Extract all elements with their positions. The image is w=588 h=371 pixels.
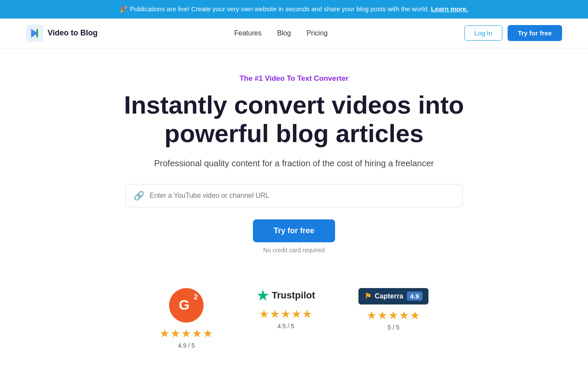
capterra-badge: ⚑ Capterra 4.9 [358, 288, 429, 304]
capterra-score: 5 / 5 [358, 324, 429, 331]
hero-title-line1: Instantly convert videos into [124, 91, 464, 119]
nav-actions: Log In Try for free [464, 25, 562, 41]
link-icon: 🔗 [134, 190, 144, 201]
trustpilot-label: Trustpilot [272, 290, 315, 301]
g2-logo: G [160, 288, 214, 323]
nav-features-link[interactable]: Features [234, 29, 262, 37]
nav-links: Features Blog Pricing [234, 29, 328, 37]
capterra-rating: ⚑ Capterra 4.9 ★★★★★ 5 / 5 [358, 288, 429, 331]
capterra-stars: ★★★★★ [358, 309, 429, 322]
capterra-label: Capterra [375, 292, 403, 300]
g2-rating: G ★★★★★ 4.9 / 5 [160, 288, 214, 349]
trustpilot-stars: ★★★★★ [257, 308, 315, 321]
svg-rect-2 [36, 29, 38, 38]
announcement-banner: 🎉 Publications are live! Create your ver… [0, 0, 588, 19]
capterra-logo: ⚑ Capterra 4.9 [358, 288, 429, 304]
hero-tagline: The #1 Video To Text Converter [108, 74, 480, 83]
trustpilot-rating: ★ Trustpilot ★★★★★ 4.5 / 5 [257, 288, 315, 330]
hero-section: The #1 Video To Text Converter Instantly… [99, 48, 489, 271]
hero-subtitle: Professional quality content for a fract… [108, 159, 480, 168]
ratings-section: G ★★★★★ 4.9 / 5 ★ Trustpilot ★★★★★ 4.5 /… [0, 271, 588, 371]
hero-title: Instantly convert videos into powerful b… [108, 91, 480, 148]
logo-icon [26, 25, 43, 42]
url-input[interactable] [150, 192, 454, 200]
nav-pricing-link[interactable]: Pricing [307, 29, 328, 37]
trustpilot-score: 4.5 / 5 [257, 323, 315, 330]
banner-learn-more-link[interactable]: Learn more. [431, 5, 468, 13]
capterra-flag-icon: ⚑ [364, 292, 371, 301]
hero-title-line2: powerful blog articles [164, 119, 423, 147]
brand-logo[interactable]: Video to Blog [26, 25, 98, 42]
banner-text: 🎉 Publications are live! Create your ver… [120, 5, 429, 13]
login-button[interactable]: Log In [464, 25, 502, 41]
g2-stars: ★★★★★ [160, 327, 214, 340]
nav-blog-link[interactable]: Blog [277, 29, 291, 37]
main-nav: Video to Blog Features Blog Pricing Log … [0, 19, 588, 48]
trustpilot-star-icon: ★ [257, 288, 268, 303]
hero-try-free-button[interactable]: Try for free [253, 219, 335, 242]
g2-badge: G [169, 288, 204, 323]
brand-name: Video to Blog [48, 29, 98, 38]
nav-try-free-button[interactable]: Try for free [508, 25, 562, 41]
no-credit-card-text: No credit card required [108, 247, 480, 254]
g2-score: 4.9 / 5 [160, 342, 214, 349]
trustpilot-logo: ★ Trustpilot [257, 288, 315, 303]
url-input-wrapper: 🔗 [125, 184, 463, 207]
capterra-score-badge: 4.9 [407, 292, 423, 301]
